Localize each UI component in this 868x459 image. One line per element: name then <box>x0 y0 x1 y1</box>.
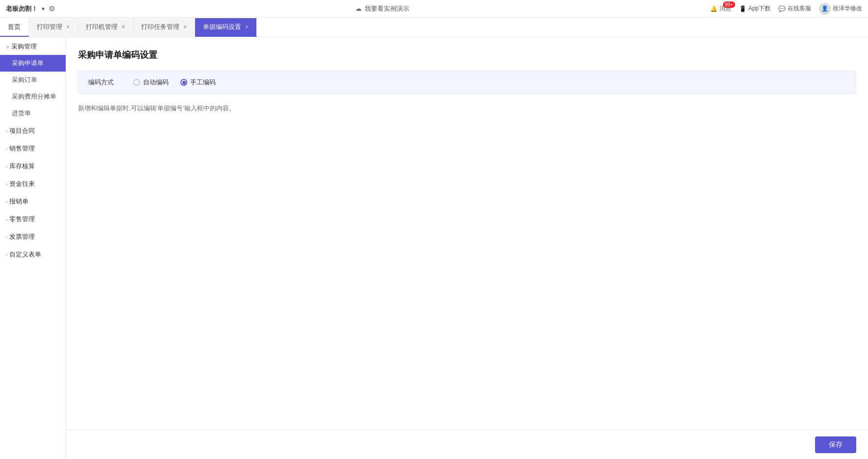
tab-print-task[interactable]: 打印任务管理× <box>133 18 195 37</box>
tab-home[interactable]: 首页 <box>0 18 29 37</box>
arrow-icon-purchase-mgmt: ∨ <box>6 44 9 50</box>
encoding-section: 编码方式 自动编码 手工编码 <box>78 71 856 94</box>
arrow-icon-fund-flow: › <box>6 181 7 187</box>
online-service-btn[interactable]: 💬 在线客服 <box>778 4 811 13</box>
sidebar-group-label-refund: 报销单 <box>9 197 28 206</box>
user-name: 徐泽华修改 <box>833 4 862 13</box>
sidebar-group-label-invoice-mgmt: 发票管理 <box>9 232 35 241</box>
sidebar-item-purchase-order[interactable]: 采购订单 <box>0 72 66 88</box>
sidebar-group-label-custom-form: 自定义表单 <box>9 250 41 259</box>
dropdown-arrow: ▾ <box>42 5 45 12</box>
sidebar-item-stock-in[interactable]: 进货单 <box>0 105 66 122</box>
arrow-icon-custom-form: › <box>6 252 7 257</box>
tab-close-print-mgmt[interactable]: × <box>66 24 70 30</box>
sidebar-group-label-inventory-calc: 库存核算 <box>9 162 35 171</box>
tab-close-print-task[interactable]: × <box>183 24 187 30</box>
top-bar: 老板勿割！ ▾ ⚙ ☁ 我要看实例演示 🔔 消息 99+ 📱 App下数 💬 在… <box>0 0 868 18</box>
sidebar-group-custom-form: ›自定义表单 <box>0 245 66 263</box>
sidebar-group-header-sales-mgmt[interactable]: ›销售管理 <box>0 139 66 157</box>
tab-printer-mgmt[interactable]: 打印机管理× <box>78 18 133 37</box>
tab-label-home: 首页 <box>8 23 21 31</box>
main-layout: ∨采购管理采购申请单采购订单采购费用分摊单进货单›项目合同›销售管理›库存核算›… <box>0 37 868 459</box>
arrow-icon-invoice-mgmt: › <box>6 234 7 240</box>
manual-code-radio-circle <box>180 79 187 86</box>
sidebar-item-purchase-request[interactable]: 采购申请单 <box>0 55 66 72</box>
sidebar-group-sales-mgmt: ›销售管理 <box>0 139 66 157</box>
sidebar-group-label-purchase-mgmt: 采购管理 <box>11 42 37 51</box>
page-title: 采购申请单编码设置 <box>78 49 856 61</box>
top-bar-right: 🔔 消息 99+ 📱 App下数 💬 在线客服 👤 徐泽华修改 <box>710 3 862 15</box>
sidebar-group-label-sales-mgmt: 销售管理 <box>9 144 35 153</box>
tab-label-voucher-code: 单据编码设置 <box>203 23 241 31</box>
sidebar: ∨采购管理采购申请单采购订单采购费用分摊单进货单›项目合同›销售管理›库存核算›… <box>0 37 66 459</box>
dropdown-toggle[interactable]: ▾ <box>42 5 45 12</box>
sidebar-group-label-project-contract: 项目合同 <box>9 127 35 135</box>
auto-code-label: 自动编码 <box>143 78 169 87</box>
hint-text: 新增和编辑单据时,可以编辑'单据编号'输入框中的内容。 <box>78 104 856 113</box>
logo: 老板勿割！ <box>6 4 38 13</box>
content-inner: 采购申请单编码设置 编码方式 自动编码 手工编码 新增和编辑单据时,可以编辑'单… <box>66 37 868 430</box>
content-area: 采购申请单编码设置 编码方式 自动编码 手工编码 新增和编辑单据时,可以编辑'单… <box>66 37 868 459</box>
sidebar-group-fund-flow: ›资金往来 <box>0 175 66 192</box>
service-icon: 💬 <box>778 5 786 12</box>
sidebar-item-purchase-expense[interactable]: 采购费用分摊单 <box>0 88 66 105</box>
tab-bar: 首页打印管理×打印机管理×打印任务管理×单据编码设置× <box>0 18 868 37</box>
sidebar-group-label-retail-mgmt: 零售管理 <box>9 215 35 224</box>
sidebar-group-inventory-calc: ›库存核算 <box>0 157 66 175</box>
manual-code-label: 手工编码 <box>190 78 216 87</box>
cloud-icon: ☁ <box>355 5 362 12</box>
sidebar-group-purchase-mgmt: ∨采购管理采购申请单采购订单采购费用分摊单进货单 <box>0 37 66 122</box>
tab-label-print-mgmt: 打印管理 <box>37 23 62 31</box>
arrow-icon-sales-mgmt: › <box>6 146 7 152</box>
arrow-icon-project-contract: › <box>6 128 7 134</box>
top-bar-left: 老板勿割！ ▾ ⚙ <box>6 4 55 13</box>
sidebar-group-header-refund[interactable]: ›报销单 <box>0 192 66 210</box>
arrow-icon-refund: › <box>6 199 7 204</box>
sidebar-group-header-retail-mgmt[interactable]: ›零售管理 <box>0 210 66 228</box>
user-avatar-btn[interactable]: 👤 徐泽华修改 <box>819 3 862 15</box>
tab-close-printer-mgmt[interactable]: × <box>122 24 125 30</box>
auto-code-radio[interactable]: 自动编码 <box>133 78 169 87</box>
tab-label-print-task: 打印任务管理 <box>141 23 179 31</box>
sidebar-group-header-project-contract[interactable]: ›项目合同 <box>0 122 66 139</box>
radio-group: 自动编码 手工编码 <box>133 78 216 87</box>
encoding-label: 编码方式 <box>88 78 114 87</box>
tab-print-mgmt[interactable]: 打印管理× <box>29 18 78 37</box>
app-label: App下数 <box>748 4 770 13</box>
manual-code-radio[interactable]: 手工编码 <box>180 78 216 87</box>
message-badge: 99+ <box>723 1 735 8</box>
service-label: 在线客服 <box>788 4 811 13</box>
bell-icon: 🔔 <box>710 5 718 12</box>
settings-icon[interactable]: ⚙ <box>49 4 55 13</box>
arrow-icon-retail-mgmt: › <box>6 217 7 222</box>
sidebar-group-retail-mgmt: ›零售管理 <box>0 210 66 228</box>
phone-icon: 📱 <box>739 5 746 12</box>
sidebar-group-header-custom-form[interactable]: ›自定义表单 <box>0 245 66 263</box>
sidebar-group-header-fund-flow[interactable]: ›资金往来 <box>0 175 66 192</box>
sidebar-group-header-purchase-mgmt[interactable]: ∨采购管理 <box>0 37 66 55</box>
arrow-icon-inventory-calc: › <box>6 164 7 169</box>
sidebar-group-header-inventory-calc[interactable]: ›库存核算 <box>0 157 66 175</box>
sidebar-group-project-contract: ›项目合同 <box>0 122 66 139</box>
top-bar-center: ☁ 我要看实例演示 <box>355 4 409 13</box>
sidebar-group-header-invoice-mgmt[interactable]: ›发票管理 <box>0 228 66 245</box>
message-btn[interactable]: 🔔 消息 99+ <box>710 4 731 13</box>
sidebar-group-refund: ›报销单 <box>0 192 66 210</box>
tab-close-voucher-code[interactable]: × <box>245 24 248 30</box>
save-button[interactable]: 保存 <box>815 436 856 453</box>
demo-link[interactable]: 我要看实例演示 <box>365 4 409 13</box>
sidebar-group-invoice-mgmt: ›发票管理 <box>0 228 66 245</box>
app-download-btn[interactable]: 📱 App下数 <box>739 4 770 13</box>
avatar: 👤 <box>819 3 831 15</box>
auto-code-radio-circle <box>133 79 140 86</box>
tab-voucher-code[interactable]: 单据编码设置× <box>195 18 257 37</box>
sidebar-group-label-fund-flow: 资金往来 <box>9 179 35 188</box>
content-footer: 保存 <box>66 430 868 459</box>
tab-label-printer-mgmt: 打印机管理 <box>86 23 118 31</box>
